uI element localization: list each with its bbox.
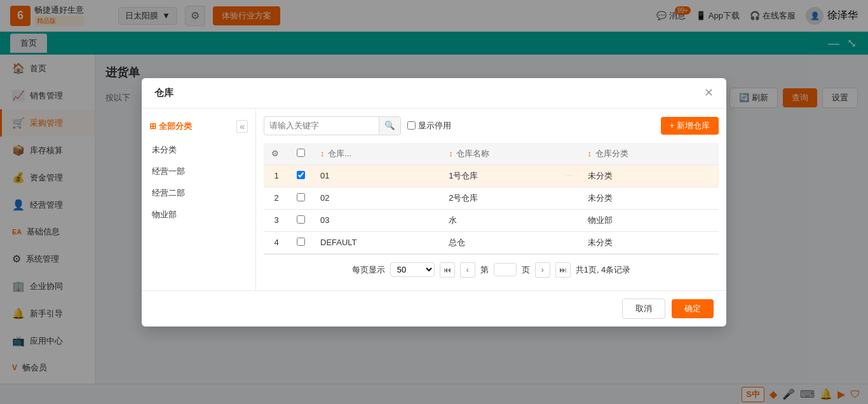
modal-sidebar-header: ⊞ 全部分类 « [142, 116, 255, 139]
row-index: 1 [264, 165, 289, 187]
pagination-bar: 每页显示 50 100 ⏮ ‹ 第 1 页 › ⏭ 共1页, 4条记录 [264, 254, 719, 283]
col-settings: ⚙ [264, 143, 289, 165]
add-warehouse-button[interactable]: + 新增仓库 [661, 117, 719, 135]
category-label-ops2: 经营二部 [152, 188, 185, 198]
total-info: 共1页, 4条记录 [576, 264, 631, 276]
table-row[interactable]: 1 01 1号仓库 ··· 未分类 [264, 165, 719, 187]
show-disabled-text: 显示停用 [418, 120, 451, 131]
warehouse-modal: 仓库 ✕ ⊞ 全部分类 « 未分类 经营一部 [142, 78, 726, 327]
modal-footer: 取消 确定 [142, 290, 726, 327]
show-disabled-checkbox[interactable] [407, 121, 416, 130]
category-item-ops2[interactable]: 经营二部 [142, 182, 255, 204]
row-code: 01 [313, 165, 441, 187]
prev-page-btn[interactable]: ‹ [460, 262, 475, 278]
row-name: 水 [441, 209, 580, 231]
page-number-input[interactable]: 1 [494, 263, 517, 276]
row-checkbox[interactable] [297, 171, 305, 179]
last-page-btn[interactable]: ⏭ [555, 262, 571, 278]
row-index: 3 [264, 209, 289, 231]
table-row[interactable]: 4 DEFAULT 总仓 未分类 [264, 231, 719, 253]
row-name: 2号仓库 [441, 187, 580, 209]
search-button[interactable]: 🔍 [379, 117, 400, 135]
search-box[interactable]: 🔍 [264, 116, 401, 135]
row-checkbox-cell[interactable] [289, 165, 313, 187]
per-page-label: 每页显示 [352, 264, 385, 276]
collapse-button[interactable]: « [236, 120, 248, 133]
page-suffix: 页 [522, 264, 530, 276]
modal-overlay: 仓库 ✕ ⊞ 全部分类 « 未分类 经营一部 [0, 0, 868, 404]
row-index: 2 [264, 187, 289, 209]
row-checkbox[interactable] [297, 215, 305, 224]
row-code: 03 [313, 209, 441, 231]
cancel-button[interactable]: 取消 [622, 299, 665, 319]
row-checkbox[interactable] [297, 238, 305, 246]
row-category: 物业部 [580, 209, 719, 231]
first-page-btn[interactable]: ⏮ [440, 262, 455, 278]
category-item-unclassified[interactable]: 未分类 [142, 139, 255, 161]
sort-icon-code: ↕ [320, 149, 325, 158]
modal-header: 仓库 ✕ [142, 78, 726, 109]
category-label-ops1: 经营一部 [152, 166, 185, 176]
category-item-property[interactable]: 物业部 [142, 204, 255, 226]
warehouse-tbody: 1 01 1号仓库 ··· 未分类 2 02 2号仓库 未分类 3 03 水 物… [264, 165, 719, 253]
next-page-btn[interactable]: › [535, 262, 550, 278]
modal-title: 仓库 [154, 87, 173, 99]
modal-close-button[interactable]: ✕ [704, 87, 714, 98]
table-row[interactable]: 3 03 水 物业部 [264, 209, 719, 231]
col-code: ↕ 仓库... [313, 143, 441, 165]
row-checkbox-cell[interactable] [289, 187, 313, 209]
action-dots[interactable]: ··· [566, 170, 573, 180]
row-code: 02 [313, 187, 441, 209]
modal-main: 🔍 显示停用 + 新增仓库 ⚙ [256, 109, 726, 290]
category-label-property: 物业部 [152, 210, 177, 219]
sort-icon-name: ↕ [449, 149, 453, 158]
row-category: 未分类 [580, 187, 719, 209]
row-category: 未分类 [580, 231, 719, 253]
col-name: ↕ 仓库名称 [441, 143, 580, 165]
show-disabled-checkbox-label[interactable]: 显示停用 [407, 120, 451, 131]
row-category: 未分类 [580, 165, 719, 187]
row-checkbox-cell[interactable] [289, 209, 313, 231]
row-name: 1号仓库 ··· [441, 165, 580, 187]
category-item-ops1[interactable]: 经营一部 [142, 161, 255, 182]
category-label-unclassified: 未分类 [152, 145, 177, 154]
col-checkbox [289, 143, 313, 165]
per-page-select[interactable]: 50 100 [390, 262, 435, 277]
table-row[interactable]: 2 02 2号仓库 未分类 [264, 187, 719, 209]
sort-icon-category: ↕ [588, 149, 592, 158]
modal-category-sidebar: ⊞ 全部分类 « 未分类 经营一部 经营二部 物业部 [142, 109, 256, 290]
all-category-label[interactable]: ⊞ 全部分类 [149, 121, 192, 132]
warehouse-table: ⚙ ↕ 仓库... ↕ 仓库名称 [264, 143, 719, 254]
search-input[interactable] [264, 121, 379, 130]
all-category-text: 全部分类 [159, 121, 192, 132]
row-checkbox-cell[interactable] [289, 231, 313, 253]
page-label: 第 [480, 264, 489, 276]
row-code: DEFAULT [313, 231, 441, 253]
table-header: ⚙ ↕ 仓库... ↕ 仓库名称 [264, 143, 719, 165]
grid-icon: ⊞ [149, 121, 156, 131]
modal-body: ⊞ 全部分类 « 未分类 经营一部 经营二部 物业部 [142, 109, 726, 290]
row-name: 总仓 [441, 231, 580, 253]
confirm-button[interactable]: 确定 [672, 299, 714, 318]
row-index: 4 [264, 231, 289, 253]
row-checkbox[interactable] [297, 193, 305, 201]
warehouse-table-container: ⚙ ↕ 仓库... ↕ 仓库名称 [264, 143, 719, 254]
col-category: ↕ 仓库分类 [580, 143, 719, 165]
modal-toolbar: 🔍 显示停用 + 新增仓库 [264, 116, 719, 135]
select-all-checkbox[interactable] [297, 149, 305, 157]
